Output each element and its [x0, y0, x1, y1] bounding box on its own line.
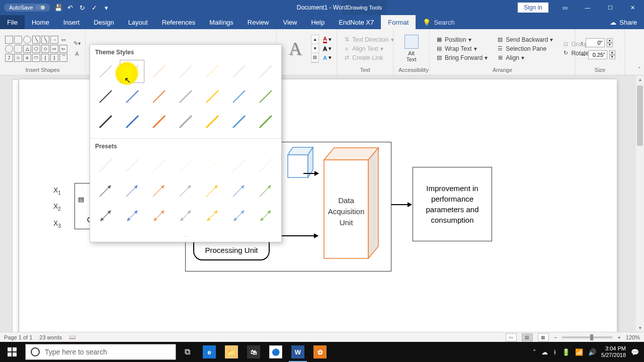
theme-style-option[interactable]	[93, 110, 118, 133]
preset-style-option[interactable]	[146, 204, 171, 227]
align-button[interactable]: ⊞Align▾	[496, 54, 554, 62]
undo-icon[interactable]: ↶	[66, 4, 74, 12]
wordart-up-icon[interactable]: ▴	[311, 35, 318, 44]
send-backward-button[interactable]: ▨Send Backward▾	[496, 36, 554, 44]
tab-file[interactable]: File	[0, 15, 25, 29]
tab-design[interactable]: Design	[87, 15, 121, 29]
tab-home[interactable]: Home	[25, 15, 56, 29]
theme-style-option[interactable]	[120, 85, 144, 108]
text-direction-button[interactable]: ⇅Text Direction▾	[342, 36, 395, 44]
theme-style-option[interactable]	[227, 85, 252, 108]
close-icon[interactable]: ✕	[621, 0, 644, 15]
task-view-icon[interactable]: ⧉	[176, 342, 198, 362]
preset-style-option[interactable]	[200, 154, 225, 177]
preset-style-option[interactable]	[93, 179, 118, 202]
page-indicator[interactable]: Page 1 of 1	[4, 334, 32, 340]
zoom-in-icon[interactable]: +	[617, 334, 620, 340]
vertical-scrollbar[interactable]: ▴ ▾	[636, 75, 644, 332]
data-acquisition-cube[interactable]: Data Acquisition Unit	[319, 144, 384, 264]
preset-style-option[interactable]	[93, 204, 118, 227]
autosave-toggle[interactable]: AutoSave	[4, 4, 50, 12]
wordart-down-icon[interactable]: ▾	[311, 44, 318, 53]
maximize-icon[interactable]: ☐	[599, 0, 621, 15]
edge-app[interactable]: e	[198, 342, 220, 362]
notifications-icon[interactable]: 💬	[631, 348, 639, 356]
theme-style-option[interactable]	[254, 60, 278, 83]
tab-mailings[interactable]: Mailings	[202, 15, 240, 29]
theme-style-option[interactable]	[227, 60, 252, 83]
scroll-up-icon[interactable]: ▴	[636, 75, 644, 83]
preset-style-option[interactable]	[227, 179, 252, 202]
theme-style-option[interactable]	[146, 110, 171, 133]
theme-style-option[interactable]	[173, 85, 198, 108]
explorer-app[interactable]: 📁	[220, 342, 243, 362]
theme-style-option[interactable]	[120, 60, 144, 83]
edit-shape-icon[interactable]: ✎▾	[72, 39, 82, 48]
zoom-level[interactable]: 120%	[626, 334, 640, 340]
minimize-icon[interactable]: —	[576, 0, 599, 15]
height-up-icon[interactable]: ▴	[607, 38, 613, 43]
tab-view[interactable]: View	[276, 15, 304, 29]
theme-style-option[interactable]	[146, 60, 171, 83]
share-button[interactable]: ☁ Share	[603, 15, 644, 29]
ribbon-display-icon[interactable]: ▭	[553, 0, 576, 15]
store-app[interactable]: 🛍	[243, 342, 265, 362]
preset-style-option[interactable]	[146, 154, 171, 177]
text-effects-button[interactable]: A▾	[323, 54, 332, 62]
qat-more-icon[interactable]: ▾	[103, 4, 111, 12]
shape-width-field[interactable]: ↔ ▴▾	[581, 50, 615, 59]
start-button[interactable]	[0, 342, 24, 362]
preset-style-option[interactable]	[120, 204, 144, 227]
theme-style-option[interactable]	[254, 85, 278, 108]
tab-layout[interactable]: Layout	[121, 15, 155, 29]
clock[interactable]: 3:04 PM 5/27/2018	[601, 345, 626, 358]
scroll-down-icon[interactable]: ▾	[636, 324, 644, 332]
text-fill-button[interactable]: A▾	[323, 36, 332, 44]
shapes-gallery[interactable]: ╲╲→▭ △⬡◇⇨⇦ ⤴☆≡⬭{}⌒	[5, 36, 67, 62]
theme-style-option[interactable]	[146, 85, 171, 108]
theme-style-option[interactable]	[254, 110, 278, 133]
tab-help[interactable]: Help	[304, 15, 332, 29]
onedrive-icon[interactable]: ☁	[541, 348, 548, 356]
shape-height-input[interactable]	[586, 38, 605, 47]
volume-icon[interactable]: 🔊	[588, 348, 596, 356]
spellcheck-icon[interactable]: ✓	[91, 4, 99, 12]
theme-style-option[interactable]	[173, 110, 198, 133]
preset-style-option[interactable]	[146, 179, 171, 202]
preset-style-option[interactable]	[173, 179, 198, 202]
preset-style-option[interactable]	[173, 154, 198, 177]
preset-style-option[interactable]	[254, 204, 278, 227]
bluetooth-icon[interactable]: ᚼ	[553, 348, 557, 356]
height-down-icon[interactable]: ▾	[607, 43, 613, 47]
zoom-out-icon[interactable]: −	[554, 334, 557, 340]
alt-text-button[interactable]: Alt Text	[401, 33, 422, 64]
theme-style-option[interactable]	[200, 60, 225, 83]
web-layout-icon[interactable]: ▦	[538, 333, 549, 341]
theme-style-option[interactable]	[200, 110, 225, 133]
preset-style-option[interactable]	[120, 154, 144, 177]
preset-style-option[interactable]	[227, 154, 252, 177]
text-box-icon[interactable]: A	[72, 49, 82, 58]
tab-insert[interactable]: Insert	[56, 15, 87, 29]
selection-pane-button[interactable]: ☰Selection Pane	[496, 45, 554, 53]
improvement-box[interactable]: Improvement in performance parameters an…	[413, 167, 492, 241]
chrome-app[interactable]: 🔵	[265, 342, 287, 362]
preset-style-option[interactable]	[120, 179, 144, 202]
collapse-ribbon-icon[interactable]: ˄	[638, 66, 641, 73]
preset-style-option[interactable]	[200, 179, 225, 202]
bring-forward-button[interactable]: ▧Bring Forward▾	[435, 54, 489, 62]
align-text-button[interactable]: ≡Align Text▾	[342, 45, 395, 53]
text-outline-button[interactable]: A▾	[323, 45, 332, 53]
battery-icon[interactable]: 🔋	[562, 348, 570, 356]
arrow-1[interactable]	[303, 173, 318, 174]
shape-width-input[interactable]	[588, 50, 607, 59]
redo-icon[interactable]: ↻	[78, 4, 87, 12]
theme-style-option[interactable]	[227, 110, 252, 133]
preset-style-option[interactable]	[200, 204, 225, 227]
taskbar-search[interactable]: Type here to search	[25, 344, 176, 360]
dropdown-resize-icon[interactable]: ⋯	[90, 232, 281, 242]
theme-style-option[interactable]	[173, 60, 198, 83]
scroll-thumb[interactable]	[637, 85, 643, 146]
vertical-ruler[interactable]	[12, 79, 19, 332]
c-box[interactable]: ▤ C	[74, 183, 92, 229]
